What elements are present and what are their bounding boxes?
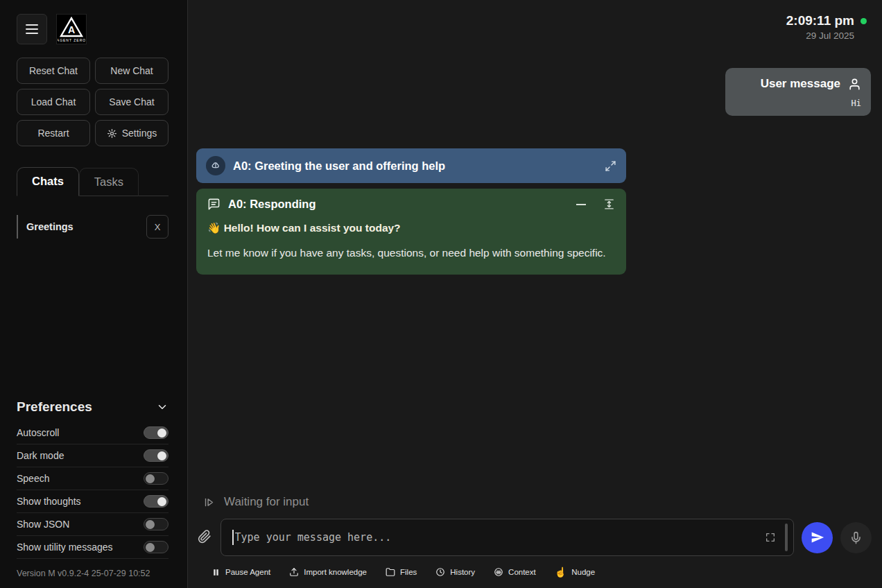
agent-zero-app: A AGENT ZERO Reset Chat New Chat Load Ch…	[0, 0, 882, 588]
waiting-icon	[203, 496, 215, 508]
speech-toggle[interactable]	[144, 472, 168, 485]
context-icon	[494, 567, 503, 577]
tab-tasks[interactable]: Tasks	[79, 168, 139, 196]
agent-zero-logo: A AGENT ZERO	[56, 14, 87, 44]
user-message-text: Hi	[735, 98, 861, 108]
upload-icon	[289, 567, 299, 577]
preferences-header[interactable]: Preferences	[17, 399, 168, 415]
chat-list: Greetings X	[17, 215, 168, 239]
save-chat-button[interactable]: Save Chat	[95, 89, 168, 115]
clock: 2:09:11 pm 29 Jul 2025	[786, 13, 867, 41]
show-json-toggle[interactable]	[144, 518, 168, 530]
settings-button[interactable]: Settings	[95, 120, 168, 146]
send-button[interactable]	[802, 522, 833, 553]
reset-chat-button[interactable]: Reset Chat	[17, 58, 90, 84]
import-knowledge-button[interactable]: Import knowledge	[289, 567, 367, 577]
preferences-title: Preferences	[17, 399, 92, 415]
minimize-icon[interactable]	[576, 204, 586, 205]
agent-response-title: A0: Responding	[228, 198, 569, 211]
paperclip-icon	[198, 530, 211, 544]
expand-icon[interactable]	[605, 160, 616, 172]
folder-icon	[386, 567, 395, 577]
time-text: 2:09:11 pm	[786, 13, 854, 28]
history-button[interactable]: History	[435, 567, 475, 577]
preferences-list: Autoscroll Dark mode Speech Show thought…	[17, 422, 168, 559]
menu-icon	[26, 24, 38, 26]
attach-button[interactable]	[196, 530, 213, 546]
history-clock-icon	[435, 567, 445, 577]
send-icon	[811, 530, 824, 544]
pause-icon	[211, 568, 220, 577]
nudge-button[interactable]: ☝ Nudge	[555, 567, 595, 577]
input-row	[196, 519, 872, 556]
agent-heading-title: A0: Greeting the user and offering help	[233, 159, 597, 173]
agent-greeting-text: 👋 Hello! How can I assist you today?	[207, 222, 615, 234]
autoscroll-toggle[interactable]	[144, 426, 168, 439]
sidebar-actions: Reset Chat New Chat Load Chat Save Chat …	[17, 58, 168, 146]
load-chat-button[interactable]: Load Chat	[17, 89, 90, 115]
main-panel: 2:09:11 pm 29 Jul 2025 User message Hi	[188, 0, 882, 588]
user-icon	[848, 78, 861, 91]
bottom-toolbar: Pause Agent Import knowledge Files	[196, 556, 872, 588]
sidebar-spacer	[17, 239, 168, 399]
pref-row-speech: Speech	[17, 467, 168, 490]
dark-mode-toggle[interactable]	[144, 449, 168, 462]
connection-status-dot	[861, 18, 867, 24]
tab-chats[interactable]: Chats	[17, 167, 79, 196]
logo-letter: A	[68, 24, 75, 35]
user-message-title: User message	[761, 77, 840, 91]
message-bubble-icon	[207, 198, 220, 211]
sidebar-top: A AGENT ZERO	[17, 14, 168, 44]
gear-icon	[107, 128, 117, 139]
composer-area: Waiting for input	[188, 495, 882, 588]
agent-body-text: Let me know if you have any tasks, quest…	[207, 245, 615, 261]
pref-row-show-json: Show JSON	[17, 513, 168, 536]
input-scrollbar[interactable]	[785, 524, 788, 551]
agent-status-row: Waiting for input	[196, 495, 872, 509]
version-text: Version M v0.9.2-4 25-07-29 10:52	[17, 569, 168, 578]
agent-status-text: Waiting for input	[224, 495, 309, 509]
sidebar: A AGENT ZERO Reset Chat New Chat Load Ch…	[0, 0, 188, 588]
message-input[interactable]	[234, 531, 766, 544]
chat-close-button[interactable]: X	[146, 215, 168, 239]
chat-list-item-greetings[interactable]: Greetings X	[17, 215, 168, 239]
menu-button[interactable]	[17, 14, 47, 44]
show-utility-toggle[interactable]	[144, 541, 168, 553]
hand-icon: ☝	[555, 567, 567, 577]
message-area: User message Hi A0: Greeting the user an…	[188, 0, 882, 495]
pref-row-show-thoughts: Show thoughts	[17, 490, 168, 513]
agent-heading-bubble: A0: Greeting the user and offering help	[196, 148, 626, 183]
sidebar-tabs: Chats Tasks	[17, 167, 168, 196]
pref-row-dark-mode: Dark mode	[17, 444, 168, 467]
chevron-down-icon	[156, 401, 168, 413]
pause-agent-button[interactable]: Pause Agent	[211, 568, 270, 577]
pref-row-show-utility: Show utility messages	[17, 536, 168, 559]
restart-button[interactable]: Restart	[17, 120, 90, 146]
date-text: 29 Jul 2025	[786, 31, 854, 41]
microphone-button[interactable]	[840, 522, 872, 553]
fit-height-icon[interactable]	[603, 198, 615, 210]
show-thoughts-toggle[interactable]	[144, 495, 168, 508]
microphone-icon	[849, 531, 863, 544]
expand-input-icon[interactable]	[765, 532, 776, 543]
agent-response-bubble: A0: Responding 👋 Hello! How can I assist…	[196, 189, 626, 275]
agent-brain-icon	[206, 156, 225, 175]
user-message-bubble: User message Hi	[725, 68, 871, 116]
logo-text: AGENT ZERO	[58, 38, 85, 42]
new-chat-button[interactable]: New Chat	[95, 58, 168, 84]
pref-row-autoscroll: Autoscroll	[17, 422, 168, 444]
files-button[interactable]: Files	[386, 567, 417, 577]
context-button[interactable]: Context	[494, 567, 536, 577]
chat-item-label: Greetings	[26, 221, 74, 232]
message-input-box[interactable]	[220, 519, 794, 556]
